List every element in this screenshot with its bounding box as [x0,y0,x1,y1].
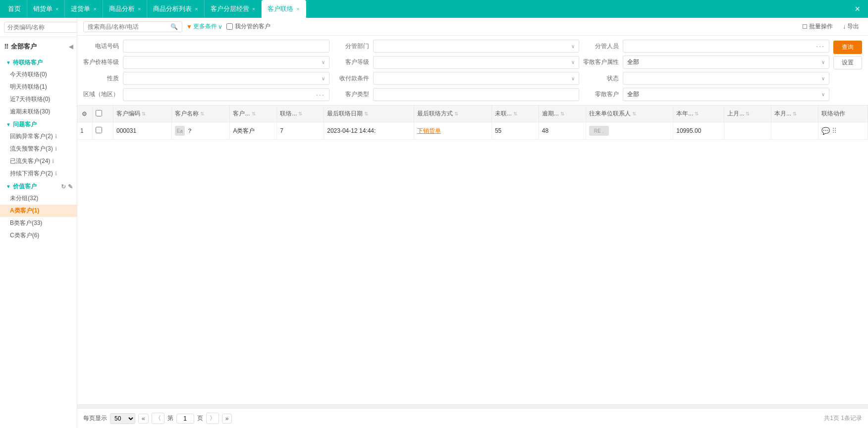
customer-type-input[interactable] [373,88,580,101]
sidebar-item-7days[interactable]: 近7天待联络(0) [0,93,77,106]
sidebar-item-churned[interactable]: 已流失客户(24) ℹ [0,155,77,167]
close-sales-tab[interactable]: × [55,6,58,12]
nav-sales[interactable]: 销货单 × [27,0,65,18]
td-name: Ea ？ [171,122,230,140]
nav-goods-list[interactable]: 商品分析列表 × [147,0,204,18]
nav-goods-analysis[interactable]: 商品分析 × [103,0,147,18]
th-type[interactable]: 客户... ⇅ [230,106,277,122]
nav-home[interactable]: 首页 [4,0,27,18]
nav-customer-contact[interactable]: 客户联络 × [262,0,306,18]
more-filter-btn[interactable]: ▼ 更多条件 ∨ [186,22,222,31]
sort-last-date-icon: ⇅ [364,111,368,116]
sort-unit-contact-icon: ⇅ [632,111,636,116]
th-overdue[interactable]: 逾期... ⇅ [539,106,586,122]
th-this-month[interactable]: 本月... ⇅ [771,106,818,122]
td-no-contact: 55 [491,122,539,140]
dept-select[interactable]: ∨ [373,40,580,53]
scatter-customer-select[interactable]: 全部∨ [623,88,829,101]
sort-overdue-icon: ⇅ [560,111,564,116]
prev-page-btn[interactable]: 〈 [152,413,164,424]
row-checkbox[interactable] [96,127,102,133]
sidebar-item-a-class[interactable]: A类客户(1) [0,205,77,217]
close-all-button[interactable]: × [851,4,864,14]
th-name[interactable]: 客户名称 ⇅ [171,106,230,122]
region-select[interactable]: ··· [123,88,329,101]
th-checkbox[interactable] [92,106,113,122]
nav-purchase[interactable]: 进货单 × [65,0,103,18]
sidebar-item-ungrouped[interactable]: 未分组(32) [0,192,77,205]
sidebar-group-value[interactable]: ▼ 价值客户 ↻ ✎ [0,180,77,192]
status-label: 状态 [583,74,623,83]
manager-select[interactable]: ··· [623,40,829,53]
my-customers-checkbox[interactable]: 我分管的客户 [226,22,271,31]
nature-field: 性质 ∨ [83,72,329,85]
sidebar-search-input[interactable] [4,22,77,33]
refresh-icon[interactable]: ↻ [61,183,66,190]
chevron-down-icon: ∨ [218,23,222,30]
sidebar-item-churn-warning[interactable]: 流失预警客户(3) ℹ [0,143,77,155]
content-area: 🔍 ▼ 更多条件 ∨ 我分管的客户 ☐ 批量操作 ↓ 导出 [77,18,868,428]
sidebar-item-c-class[interactable]: C类客户(6) [0,229,77,242]
all-customers-header[interactable]: ⠿ 全部客户 ◀ [0,39,77,54]
sidebar-group-pending[interactable]: ▼ 待联络客户 [0,56,77,68]
batch-op-btn[interactable]: ☐ 批量操作 [799,21,836,32]
sidebar-item-today[interactable]: 今天待联络(0) [0,68,77,81]
close-purchase-tab[interactable]: × [93,6,96,12]
th-last-month[interactable]: 上月... ⇅ [724,106,771,122]
sort-this-year-icon: ⇅ [695,111,699,116]
th-no-contact[interactable]: 未联... ⇅ [491,106,539,122]
info-icon-churned: ℹ [52,158,54,164]
main-layout: 🔍 ⠿ 全部客户 ◀ ▼ 待联络客户 今天待联络(0) 明天待联络(1) 近7天… [0,18,868,428]
last-page-btn[interactable]: » [222,414,232,424]
filter-search-input[interactable] [88,23,170,30]
payment-select[interactable]: ∨ [373,72,580,85]
th-code[interactable]: 客户编码 ⇅ [113,106,172,122]
page-number-input[interactable] [176,414,194,424]
th-unit-contact[interactable]: 往来单位联系人 ⇅ [586,106,673,122]
nature-select[interactable]: ∨ [123,72,329,85]
th-contact[interactable]: 联络... ⇅ [277,106,324,122]
message-icon[interactable]: 💬 [821,127,830,135]
sidebar-item-declining[interactable]: 持续下滑客户(2) ℹ [0,167,77,180]
sidebar-item-tomorrow[interactable]: 明天待联络(1) [0,81,77,93]
next-page-btn[interactable]: 〉 [206,413,219,424]
phone-input[interactable] [123,40,329,53]
scatter-customer-label: 零散客户 [583,90,623,99]
th-last-date[interactable]: 最后联络日期 ⇅ [324,106,414,122]
customer-grade-select[interactable]: ∨ [373,56,580,69]
export-btn[interactable]: ↓ 导出 [840,21,862,32]
sidebar-item-overdue[interactable]: 逾期未联络(30) [0,106,77,118]
sidebar-item-repurchase[interactable]: 回购异常客户(2) ℹ [0,130,77,143]
edit-icon[interactable]: ✎ [68,183,73,190]
th-this-year[interactable]: 本年... ⇅ [673,106,724,122]
close-goods-list-tab[interactable]: × [195,6,198,12]
query-button[interactable]: 查询 [833,41,862,54]
sort-type-icon: ⇅ [252,111,256,116]
close-customer-mgmt-tab[interactable]: × [252,6,255,12]
more-action-icon[interactable]: ⠿ [832,127,837,135]
customer-table: ⚙ 客户编码 ⇅ 客户名称 ⇅ [77,106,868,140]
total-pages-label: 页 [197,414,203,423]
scatter-attr-select[interactable]: 全部∨ [623,55,829,69]
status-select[interactable]: ∨ [623,72,829,85]
price-grade-select[interactable]: ∨ [123,56,329,69]
pagination: 每页显示 2050100 « 〈 第 页 〉 » 共1页 1条记录 [77,408,868,428]
sidebar-group-problem[interactable]: ▼ 问题客户 [0,118,77,130]
th-gear[interactable]: ⚙ [77,106,92,122]
sidebar-item-b-class[interactable]: B类客户(33) [0,217,77,229]
export-icon: ↓ [843,23,846,30]
td-last-method[interactable]: 下销货单 [414,122,491,140]
filter-search-icon[interactable]: 🔍 [170,23,178,30]
setting-button[interactable]: 设置 [833,56,862,69]
status-arrow: ∨ [821,76,825,81]
page-size-select[interactable]: 2050100 [110,413,135,424]
close-customer-contact-tab[interactable]: × [296,6,299,12]
th-last-method[interactable]: 最后联络方式 ⇅ [414,106,491,122]
nav-customer-mgmt[interactable]: 客户分层经营 × [205,0,262,18]
my-customers-check[interactable] [226,23,233,30]
close-goods-analysis-tab[interactable]: × [138,6,141,12]
first-page-btn[interactable]: « [138,414,149,424]
horizontal-scrollbar[interactable] [77,404,868,408]
td-checkbox[interactable] [92,122,113,140]
select-all-checkbox[interactable] [96,110,102,116]
